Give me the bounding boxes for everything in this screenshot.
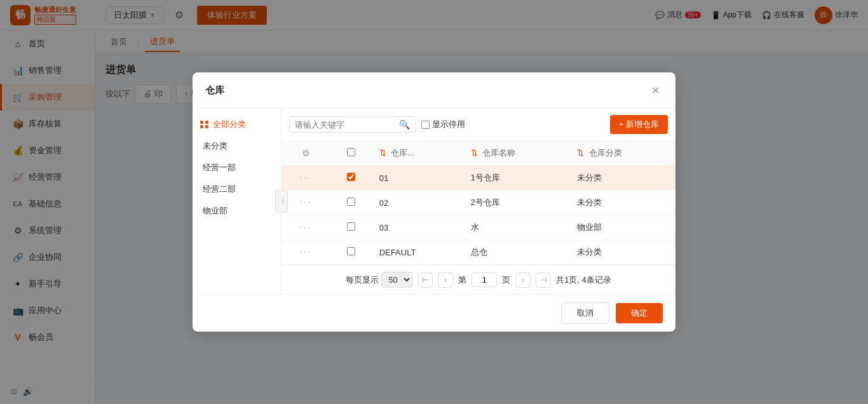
row-category-4: 未分类 <box>569 240 675 265</box>
category-item-dept2[interactable]: 经营二部 <box>193 178 281 200</box>
category-item-dept1[interactable]: 经营一部 <box>193 157 281 178</box>
page-size-dropdown[interactable]: 50 <box>381 272 412 288</box>
col-checkbox <box>330 141 372 166</box>
search-input-wrap[interactable]: 🔍 <box>289 116 416 133</box>
page-input[interactable] <box>471 273 497 287</box>
modal-main: 🔍 显示停用 + 新增仓库 <box>281 109 675 294</box>
confirm-button[interactable]: 确定 <box>616 303 663 323</box>
row-code-2: 02 <box>372 191 463 215</box>
table-body: ··· 01 1号仓库 未分类 ··· 02 2号仓库 <box>281 166 675 265</box>
pagination-bar: 每页显示 50 ⊢ ‹ 第 页 › ⊣ 共1页, 4条记录 <box>281 265 675 294</box>
row-checkbox-3[interactable] <box>330 215 372 240</box>
modal-title: 仓库 <box>205 84 224 97</box>
row-code-4: DEFAULT <box>372 240 463 265</box>
warehouse-modal: 仓库 ✕ 全部分类 未分类 经营一部 经营二部 物业部 《 <box>193 72 675 332</box>
prev-page-button[interactable]: ‹ <box>438 273 453 288</box>
collapse-sidebar-button[interactable]: 《 <box>275 190 288 213</box>
row-category-2: 未分类 <box>569 191 675 215</box>
row-code-1: 01 <box>372 166 463 191</box>
row-checkbox-4[interactable] <box>330 240 372 265</box>
table-row[interactable]: ··· 03 水 物业部 <box>281 215 675 240</box>
next-page-button[interactable]: › <box>515 273 531 288</box>
modal-footer: 取消 确定 <box>193 294 675 332</box>
table-row[interactable]: ··· 02 2号仓库 未分类 <box>281 191 675 215</box>
row-name-2: 2号仓库 <box>463 191 569 215</box>
show-disabled-checkbox-label[interactable]: 显示停用 <box>421 119 465 130</box>
search-input[interactable] <box>295 120 397 130</box>
all-categories-item[interactable]: 全部分类 <box>193 114 281 135</box>
row-actions-1[interactable]: ··· <box>281 166 330 191</box>
col-gear: ⚙ <box>281 141 330 166</box>
add-warehouse-button[interactable]: + 新增仓库 <box>610 115 668 134</box>
col-name: ⇅ 仓库名称 <box>463 141 569 166</box>
row-checkbox-2[interactable] <box>330 191 372 215</box>
table-row[interactable]: ··· 01 1号仓库 未分类 <box>281 166 675 191</box>
col-code: ⇅ 仓库... <box>372 141 463 166</box>
sort-icon: ⇅ <box>379 148 386 158</box>
category-sidebar: 全部分类 未分类 经营一部 经营二部 物业部 <box>193 109 281 294</box>
grid-icon <box>200 121 209 128</box>
row-code-3: 03 <box>372 215 463 240</box>
row-category-3: 物业部 <box>569 215 675 240</box>
row-actions-4[interactable]: ··· <box>281 240 330 265</box>
row-category-1: 未分类 <box>569 166 675 191</box>
modal-toolbar: 🔍 显示停用 + 新增仓库 <box>281 109 675 141</box>
modal-body: 全部分类 未分类 经营一部 经营二部 物业部 《 🔍 <box>193 109 675 294</box>
warehouse-table: ⚙ ⇅ 仓库... ⇅ <box>281 141 675 265</box>
category-item-uncategorized[interactable]: 未分类 <box>193 135 281 157</box>
row-name-3: 水 <box>463 215 569 240</box>
table-row[interactable]: ··· DEFAULT 总仓 未分类 <box>281 240 675 265</box>
sort-name-icon: ⇅ <box>471 148 478 158</box>
search-icon[interactable]: 🔍 <box>399 119 410 130</box>
first-page-button[interactable]: ⊢ <box>417 273 433 288</box>
sort-cat-icon: ⇅ <box>577 148 584 158</box>
modal-header: 仓库 ✕ <box>193 72 675 109</box>
row-actions-2[interactable]: ··· <box>281 191 330 215</box>
gear-col-icon: ⚙ <box>302 148 310 158</box>
row-name-1: 1号仓库 <box>463 166 569 191</box>
last-page-button[interactable]: ⊣ <box>536 273 551 288</box>
table: ⚙ ⇅ 仓库... ⇅ <box>281 141 675 265</box>
page-size-select: 每页显示 50 <box>346 272 412 288</box>
row-name-4: 总仓 <box>463 240 569 265</box>
modal-close-button[interactable]: ✕ <box>648 83 663 98</box>
row-actions-3[interactable]: ··· <box>281 215 330 240</box>
category-item-property[interactable]: 物业部 <box>193 200 281 222</box>
cancel-button[interactable]: 取消 <box>561 302 609 324</box>
modal-overlay[interactable]: 仓库 ✕ 全部分类 未分类 经营一部 经营二部 物业部 《 <box>0 0 868 404</box>
table-header: ⚙ ⇅ 仓库... ⇅ <box>281 141 675 166</box>
row-checkbox-1[interactable] <box>330 166 372 191</box>
col-category: ⇅ 仓库分类 <box>569 141 675 166</box>
show-disabled-checkbox[interactable] <box>421 121 430 129</box>
select-all-checkbox[interactable] <box>347 148 355 156</box>
